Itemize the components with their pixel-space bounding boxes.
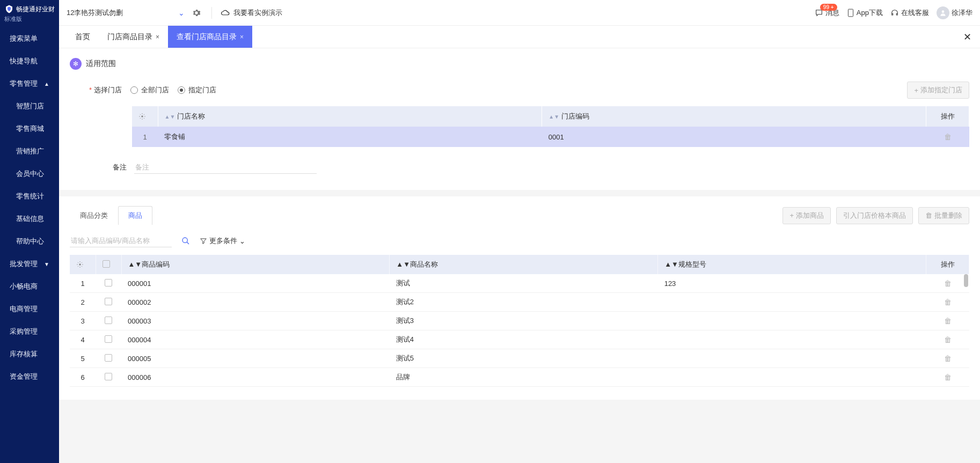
topbar: 12李艳芬测试勿删 ⌄ 我要看实例演示 99 + 消息 [59, 0, 980, 26]
delete-icon[interactable]: 🗑 [944, 298, 952, 306]
table-row[interactable]: 1000001测试123🗑 [70, 274, 969, 293]
page-tab[interactable]: 查看门店商品目录× [168, 26, 252, 48]
scope-title: 适用范围 [86, 59, 116, 69]
row-checkbox[interactable] [96, 293, 121, 312]
row-checkbox[interactable] [96, 274, 121, 293]
table-settings-header[interactable] [70, 255, 96, 274]
add-store-button: + 添加指定门店 [907, 82, 969, 99]
select-all-checkbox[interactable] [96, 255, 121, 274]
cell-code: 000003 [121, 312, 390, 330]
page-tab[interactable]: 首页 [67, 26, 99, 48]
delete-icon[interactable]: 🗑 [944, 354, 952, 363]
col-product-code[interactable]: ▲▼商品编码 [121, 255, 390, 274]
sidebar-item[interactable]: 帮助中心 [0, 230, 59, 253]
page-tab[interactable]: 门店商品目录× [99, 26, 168, 48]
org-selector[interactable]: 12李艳芬测试勿删 ⌄ [67, 8, 185, 18]
row-checkbox[interactable] [96, 330, 121, 349]
row-index: 3 [70, 312, 96, 330]
col-store-op: 操作 [926, 106, 969, 127]
sidebar-item[interactable]: 电商管理 [0, 298, 59, 320]
col-product-op: 操作 [926, 255, 969, 274]
sidebar-item-label: 电商管理 [10, 304, 38, 314]
radio-specific-stores[interactable]: 指定门店 [178, 85, 216, 95]
sidebar-item[interactable]: 零售管理▲ [0, 72, 59, 95]
col-store-code[interactable]: ▲▼门店编码 [542, 106, 926, 127]
cell-name: 测试2 [390, 293, 658, 312]
support-button[interactable]: 在线客服 [890, 8, 929, 18]
remark-input[interactable] [134, 161, 317, 174]
row-checkbox[interactable] [96, 349, 121, 368]
demo-link[interactable]: 我要看实例演示 [221, 8, 282, 18]
cell-name: 测试 [390, 274, 658, 293]
table-settings-header[interactable] [132, 106, 158, 127]
cell-op: 🗑 [926, 293, 969, 312]
row-checkbox[interactable] [96, 368, 121, 387]
delete-icon[interactable]: 🗑 [944, 335, 952, 344]
search-icon[interactable] [181, 237, 190, 245]
row-checkbox[interactable] [96, 312, 121, 330]
add-product-button: +添加商品 [782, 207, 831, 224]
tab-product[interactable]: 商品 [118, 206, 152, 225]
cell-name: 测试3 [390, 312, 658, 330]
col-product-name[interactable]: ▲▼商品名称 [390, 255, 658, 274]
brand-name: 畅捷通好业财 [16, 5, 55, 14]
table-row[interactable]: 6000006品牌🗑 [70, 368, 969, 387]
settings-button[interactable] [190, 6, 203, 19]
sidebar-item[interactable]: 基础信息 [0, 208, 59, 230]
content-scroll[interactable]: ✻ 适用范围 *选择门店 全部门店 指定门店 + [59, 48, 980, 463]
download-button[interactable]: App下载 [847, 8, 883, 18]
sidebar-item[interactable]: 采购管理 [0, 320, 59, 343]
messages-button[interactable]: 99 + 消息 [815, 8, 839, 18]
avatar-icon [937, 6, 949, 19]
product-search-input[interactable] [70, 234, 172, 247]
sidebar-item[interactable]: 搜索菜单 [0, 27, 59, 50]
sidebar-item-label: 库存核算 [10, 349, 38, 359]
more-filters[interactable]: 更多条件 ⌄ [200, 236, 245, 246]
scrollbar-thumb[interactable] [964, 274, 968, 287]
delete-icon[interactable]: 🗑 [944, 133, 952, 141]
col-product-spec[interactable]: ▲▼规格型号 [658, 255, 926, 274]
chevron-down-icon: ⌄ [178, 9, 185, 17]
table-row[interactable]: 2000002测试2🗑 [70, 293, 969, 312]
filter-icon [200, 237, 207, 245]
divider [211, 7, 212, 19]
col-store-name[interactable]: ▲▼门店名称 [158, 106, 542, 127]
sidebar-item[interactable]: 批发管理▼ [0, 253, 59, 275]
sidebar-item[interactable]: 零售统计 [0, 185, 59, 208]
close-icon[interactable]: × [240, 33, 244, 41]
user-menu[interactable]: 徐泽华 [937, 6, 972, 19]
sidebar-item[interactable]: 会员中心 [0, 163, 59, 185]
delete-icon[interactable]: 🗑 [944, 317, 952, 325]
sidebar-item[interactable]: 智慧门店 [0, 95, 59, 117]
plus-icon: + [789, 211, 794, 219]
sidebar-item[interactable]: 小畅电商 [0, 275, 59, 298]
cell-store-name: 零食铺 [158, 127, 542, 147]
cell-code: 000002 [121, 293, 390, 312]
cell-spec: 123 [658, 274, 926, 293]
tab-category[interactable]: 商品分类 [70, 206, 118, 225]
batch-delete-button: 🗑批量删除 [918, 207, 969, 224]
close-icon[interactable]: × [156, 33, 159, 41]
sidebar-item[interactable]: 营销推广 [0, 140, 59, 163]
table-row[interactable]: 4000004测试4🗑 [70, 330, 969, 349]
table-row[interactable]: 5000005测试5🗑 [70, 349, 969, 368]
cell-name: 测试4 [390, 330, 658, 349]
sidebar-item[interactable]: 库存核算 [0, 343, 59, 365]
cell-code: 000005 [121, 349, 390, 368]
table-row[interactable]: 1零食铺0001🗑 [132, 127, 969, 147]
sidebar-item[interactable]: 快捷导航 [0, 50, 59, 72]
tab-label: 首页 [75, 32, 90, 42]
sidebar-item[interactable]: 资金管理 [0, 365, 59, 388]
row-index: 1 [132, 127, 158, 147]
radio-all-stores[interactable]: 全部门店 [130, 85, 169, 95]
close-all-tabs[interactable]: ✕ [957, 26, 977, 48]
table-row[interactable]: 3000003测试3🗑 [70, 312, 969, 330]
sidebar-item-label: 批发管理 [10, 259, 38, 269]
tab-label: 查看门店商品目录 [177, 32, 237, 42]
delete-icon[interactable]: 🗑 [944, 279, 952, 288]
messages-badge: 99 + [820, 4, 837, 11]
row-index: 5 [70, 349, 96, 368]
delete-icon[interactable]: 🗑 [944, 373, 952, 381]
cell-op: 🗑 [926, 349, 969, 368]
sidebar-item[interactable]: 零售商城 [0, 117, 59, 140]
